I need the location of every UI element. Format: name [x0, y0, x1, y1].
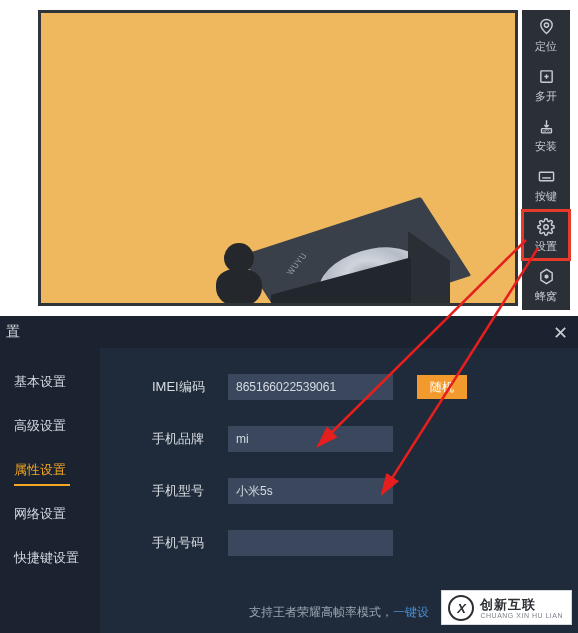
panel-title: 置	[6, 323, 20, 341]
form-area: IMEI编码 随机 手机品牌 手机型号 手机号码 支持王者荣耀高帧率模式，一键设	[100, 316, 578, 633]
input-brand[interactable]	[228, 426, 393, 452]
row-brand: 手机品牌	[152, 426, 558, 452]
settings-sidebar: 基本设置 高级设置 属性设置 网络设置 快捷键设置	[0, 316, 100, 633]
toolbar-locate-label: 定位	[535, 39, 557, 54]
pin-icon	[536, 17, 556, 37]
label-model: 手机型号	[152, 482, 228, 500]
svg-point-5	[544, 224, 549, 229]
toolbar-multi-label: 多开	[535, 89, 557, 104]
gear-icon	[536, 217, 556, 237]
sidebar-item-label: 基本设置	[14, 373, 66, 391]
row-model: 手机型号	[152, 478, 558, 504]
sidebar-item-shortcut[interactable]: 快捷键设置	[0, 536, 100, 580]
input-number[interactable]	[228, 530, 393, 556]
sidebar-item-basic[interactable]: 基本设置	[0, 360, 100, 404]
random-button[interactable]: 随机	[417, 375, 467, 399]
row-imei: IMEI编码 随机	[152, 374, 558, 400]
sidebar-item-label: 高级设置	[14, 417, 66, 435]
footer-desc: 支持王者荣耀高帧率模式，	[249, 605, 393, 619]
toolbar-settings-label: 设置	[535, 239, 557, 254]
sidebar-item-label: 属性设置	[14, 461, 66, 479]
sidebar-item-attrs[interactable]: 属性设置	[0, 448, 100, 492]
svg-text:aPK: aPK	[543, 129, 550, 133]
toolbar-install-label: 安装	[535, 139, 557, 154]
sidebar-item-label: 网络设置	[14, 505, 66, 523]
toolbar-nest[interactable]: 蜂窝	[522, 260, 570, 310]
watermark-logo-icon: X	[448, 595, 474, 621]
watermark-en: CHUANG XIN HU LIAN	[480, 612, 563, 619]
toolbar-install[interactable]: aPK 安装	[522, 110, 570, 160]
settings-panel: 置 ✕ 基本设置 高级设置 属性设置 网络设置 快捷键设置 IMEI编码 随机 …	[0, 316, 578, 633]
label-imei: IMEI编码	[152, 378, 228, 396]
sidebar-item-network[interactable]: 网络设置	[0, 492, 100, 536]
svg-point-6	[545, 275, 548, 278]
label-number: 手机号码	[152, 534, 228, 552]
footer-link[interactable]: 一键设	[393, 605, 429, 619]
watermark: X 创新互联 CHUANG XIN HU LIAN	[441, 590, 572, 625]
sidebar-item-advanced[interactable]: 高级设置	[0, 404, 100, 448]
toolbar-keys-label: 按键	[535, 189, 557, 204]
plus-box-icon	[536, 67, 556, 87]
apk-icon: aPK	[536, 117, 556, 137]
row-number: 手机号码	[152, 530, 558, 556]
emulator-area: WUYU JUTO 定位 多开 aPK	[0, 0, 578, 316]
toolbar-keys[interactable]: 按键	[522, 160, 570, 210]
right-toolbar: 定位 多开 aPK 安装 按键 设置	[522, 10, 570, 310]
disk-drive-graphic: WUYU JUTO	[266, 178, 461, 306]
drive-label-wuyu: WUYU	[285, 251, 310, 276]
toolbar-multi[interactable]: 多开	[522, 60, 570, 110]
keyboard-icon	[536, 167, 556, 187]
input-imei[interactable]	[228, 374, 393, 400]
label-brand: 手机品牌	[152, 430, 228, 448]
sidebar-item-label: 快捷键设置	[14, 549, 79, 567]
input-model[interactable]	[228, 478, 393, 504]
toolbar-locate[interactable]: 定位	[522, 10, 570, 60]
svg-rect-4	[539, 172, 553, 181]
toolbar-nest-label: 蜂窝	[535, 289, 557, 304]
toolbar-settings[interactable]: 设置	[522, 210, 570, 260]
pawn-graphic	[216, 243, 262, 306]
hex-icon	[536, 267, 556, 287]
watermark-cn: 创新互联	[480, 598, 563, 611]
emulator-viewport: WUYU JUTO	[38, 10, 518, 306]
svg-point-0	[544, 23, 548, 27]
